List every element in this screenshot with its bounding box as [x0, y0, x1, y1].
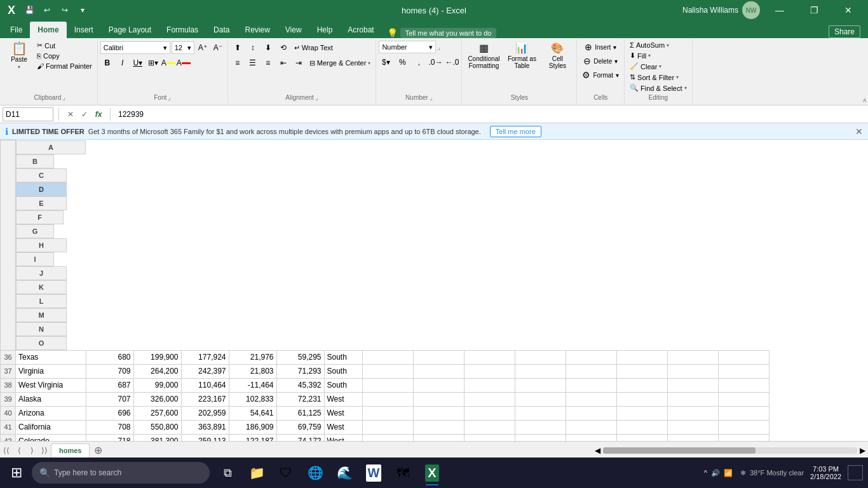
- col-header-d[interactable]: D: [16, 182, 67, 196]
- cell-i[interactable]: [413, 364, 464, 378]
- taskbar-task-view[interactable]: ⧉: [214, 459, 241, 487]
- cell-l[interactable]: [566, 420, 616, 434]
- cell-j[interactable]: [464, 420, 515, 434]
- cell-h[interactable]: [362, 434, 413, 441]
- cell-f[interactable]: 45,392: [276, 378, 324, 392]
- cell-f[interactable]: 61,125: [276, 406, 324, 420]
- increase-decimal-btn[interactable]: ←.0: [445, 55, 459, 69]
- align-bottom-btn[interactable]: ⬇: [261, 41, 275, 55]
- cell-i[interactable]: [413, 350, 464, 364]
- cell-l[interactable]: [566, 434, 616, 441]
- cell-j[interactable]: [464, 406, 515, 420]
- cell-d[interactable]: 242,397: [181, 364, 229, 378]
- cell-e[interactable]: 54,641: [229, 406, 276, 420]
- tab-formulas[interactable]: Formulas: [159, 22, 206, 38]
- increase-indent-btn[interactable]: ⇥: [292, 56, 306, 70]
- sheet-nav-first-btn[interactable]: ⟨⟨: [0, 444, 13, 457]
- number-format-dropdown[interactable]: Number ▾: [379, 41, 436, 53]
- font-shrink-btn[interactable]: A⁻: [211, 41, 225, 55]
- cell-m[interactable]: [616, 350, 667, 364]
- decrease-indent-btn[interactable]: ⇤: [276, 56, 290, 70]
- font-color-btn[interactable]: A: [177, 56, 191, 70]
- cell-k[interactable]: [515, 406, 566, 420]
- col-header-l[interactable]: L: [16, 294, 67, 308]
- cell-g[interactable]: West: [324, 406, 362, 420]
- col-header-g[interactable]: G: [16, 224, 54, 238]
- cell-h[interactable]: [362, 378, 413, 392]
- cell-o[interactable]: [718, 406, 769, 420]
- cell-l[interactable]: [566, 406, 616, 420]
- cell-o[interactable]: [718, 420, 769, 434]
- cell-b[interactable]: 680: [86, 350, 133, 364]
- clear-btn[interactable]: 🧹Clear▾: [627, 62, 689, 71]
- tab-home[interactable]: Home: [30, 22, 66, 38]
- row-number[interactable]: 42: [1, 434, 16, 441]
- grid-scroll-area[interactable]: A B C D E F G H I J K L M N O 3: [0, 140, 868, 441]
- cell-k[interactable]: [515, 364, 566, 378]
- close-btn[interactable]: ✕: [834, 0, 863, 20]
- cell-i[interactable]: [413, 406, 464, 420]
- redo-btn[interactable]: ↪: [57, 3, 72, 18]
- cell-l[interactable]: [566, 378, 616, 392]
- col-header-b[interactable]: B: [16, 154, 54, 168]
- cell-i[interactable]: [413, 378, 464, 392]
- cell-g[interactable]: West: [324, 420, 362, 434]
- taskbar-file-explorer[interactable]: 📁: [243, 459, 271, 487]
- row-number[interactable]: 36: [1, 350, 16, 364]
- cell-b[interactable]: 709: [86, 364, 133, 378]
- tell-me-field[interactable]: Tell me what you want to do: [400, 28, 497, 38]
- cell-e[interactable]: 21,976: [229, 350, 276, 364]
- format-cells-btn[interactable]: ⚙Format▾: [580, 69, 621, 81]
- cell-k[interactable]: [515, 420, 566, 434]
- font-name-dropdown[interactable]: Calibri ▾: [100, 41, 170, 54]
- cancel-formula-btn[interactable]: ✕: [64, 108, 77, 121]
- cell-d[interactable]: 363,891: [181, 420, 229, 434]
- cell-k[interactable]: [515, 378, 566, 392]
- cell-d[interactable]: 202,959: [181, 406, 229, 420]
- cell-b[interactable]: 687: [86, 378, 133, 392]
- cell-i[interactable]: [413, 392, 464, 406]
- cell-o[interactable]: [718, 378, 769, 392]
- cell-m[interactable]: [616, 364, 667, 378]
- cell-h[interactable]: [362, 406, 413, 420]
- insert-cells-btn[interactable]: ⊕Insert▾: [580, 41, 621, 53]
- cell-f[interactable]: 59,295: [276, 350, 324, 364]
- cell-a[interactable]: California: [16, 420, 86, 434]
- text-direction-btn[interactable]: ⟲: [276, 41, 290, 55]
- cell-a[interactable]: West Virginia: [16, 378, 86, 392]
- italic-btn[interactable]: I: [116, 56, 130, 70]
- cell-h[interactable]: [362, 364, 413, 378]
- cell-g[interactable]: South: [324, 364, 362, 378]
- horizontal-scrollbar[interactable]: ◀ ▶: [105, 446, 868, 455]
- cell-j[interactable]: [464, 378, 515, 392]
- cell-f[interactable]: 69,759: [276, 420, 324, 434]
- sheet-nav-prev-btn[interactable]: ⟨: [13, 444, 25, 457]
- taskbar-excel[interactable]: X: [418, 459, 446, 487]
- cell-g[interactable]: West: [324, 392, 362, 406]
- cell-e[interactable]: 102,833: [229, 392, 276, 406]
- tab-file[interactable]: File: [3, 22, 30, 38]
- sheet-nav-last-btn[interactable]: ⟩⟩: [38, 444, 51, 457]
- cell-c[interactable]: 550,800: [133, 420, 181, 434]
- cell-f[interactable]: 72,231: [276, 392, 324, 406]
- col-header-j[interactable]: J: [16, 266, 67, 280]
- col-header-a[interactable]: A: [16, 140, 86, 154]
- col-header-f[interactable]: F: [16, 210, 64, 224]
- cell-n[interactable]: [667, 434, 718, 441]
- decrease-decimal-btn[interactable]: .0→: [428, 55, 442, 69]
- col-header-h[interactable]: H: [16, 238, 67, 252]
- format-table-btn[interactable]: 📊 Format as Table: [504, 41, 539, 71]
- tab-view[interactable]: View: [278, 22, 309, 38]
- cell-l[interactable]: [566, 364, 616, 378]
- cell-f[interactable]: 74,172: [276, 434, 324, 441]
- cell-d[interactable]: 110,464: [181, 378, 229, 392]
- cell-m[interactable]: [616, 378, 667, 392]
- cell-m[interactable]: [616, 406, 667, 420]
- row-number[interactable]: 38: [1, 378, 16, 392]
- cell-b[interactable]: 708: [86, 420, 133, 434]
- user-area[interactable]: Nalisha Williams NW: [682, 1, 760, 19]
- align-center-btn[interactable]: ☰: [246, 56, 260, 70]
- cell-styles-btn[interactable]: 🎨 Cell Styles: [541, 41, 574, 71]
- cell-j[interactable]: [464, 392, 515, 406]
- sys-tray[interactable]: ^ 🔊 📶: [699, 466, 738, 480]
